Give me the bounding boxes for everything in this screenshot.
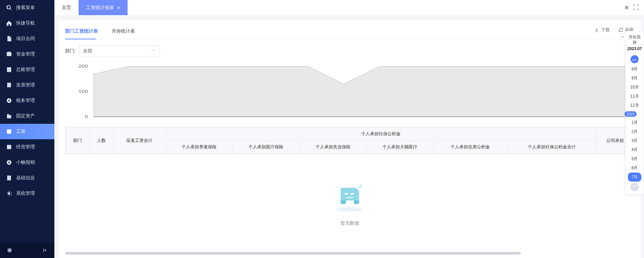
month-option[interactable]: 10月 (628, 83, 641, 92)
month-option[interactable]: 2月 (628, 127, 641, 136)
year-badge: 2023 (625, 111, 637, 117)
sidebar: 搜索菜单快捷导航项目合同资金管理总账管理发票管理税务管理固定资产工资经营管理小畅… (0, 0, 54, 258)
collapse-sidebar-icon[interactable] (42, 247, 48, 253)
tab-label: 首页 (62, 5, 71, 11)
sidebar-item-11[interactable]: 基础信息 (0, 170, 54, 186)
month-option[interactable]: 5月 (628, 154, 641, 163)
page-tab-1[interactable]: 工资统计报表✕ (79, 0, 128, 15)
sidebar-item-label: 经营管理 (16, 144, 35, 150)
sidebar-item-label: 基础信息 (16, 175, 35, 181)
tax-icon (6, 98, 12, 104)
sidebar-item-label: 搜索菜单 (16, 5, 35, 11)
col-count: 人数 (89, 127, 113, 154)
col-gross: 应发工资合计 (113, 127, 166, 154)
col-group-personal: 个人承担社保公积金 (166, 127, 596, 141)
month-scroll-up[interactable]: ︽ (631, 55, 639, 63)
sidebar-item-3[interactable]: 资金管理 (0, 46, 54, 62)
sidebar-item-10[interactable]: 小畅报销 (0, 155, 54, 170)
refresh-icon (618, 28, 623, 32)
ledger-icon (6, 67, 12, 73)
svg-point-13 (338, 186, 339, 187)
fullscreen-button[interactable]: ⛶ (633, 4, 639, 11)
building-icon (6, 113, 12, 119)
subtab-month-stat[interactable]: 月份统计表 (111, 26, 135, 39)
col-majormed: 个人承担大额医疗 (366, 141, 433, 154)
sidebar-item-4[interactable]: 总账管理 (0, 62, 54, 77)
subtab-label: 月份统计表 (111, 28, 135, 34)
month-option[interactable]: 1月 (628, 118, 641, 127)
biz-icon (6, 144, 12, 150)
svg-marker-8 (341, 188, 359, 200)
sidebar-item-2[interactable]: 项目合同 (0, 31, 54, 46)
close-tab-button[interactable]: ✕ (624, 4, 629, 11)
month-option[interactable]: 6月 (628, 163, 641, 173)
main: 首页工资统计报表✕ ✕ ⛶ 部门工资统计表 月份统计表 下载 刷新 (54, 0, 644, 258)
month-option[interactable]: 8月 (628, 65, 641, 74)
sidebar-item-5[interactable]: 发票管理 (0, 77, 54, 93)
sidebar-item-7[interactable]: 固定资产 (0, 108, 54, 124)
invoice-icon (6, 82, 12, 88)
home-icon (6, 20, 12, 26)
sidebar-item-label: 固定资产 (16, 113, 35, 119)
sidebar-item-label: 发票管理 (16, 82, 35, 88)
sidebar-item-12[interactable]: 系统管理 (0, 186, 54, 201)
sidebar-item-6[interactable]: 税务管理 (0, 93, 54, 108)
sidebar-item-label: 总账管理 (16, 67, 35, 73)
month-picker-collapse[interactable]: » (619, 33, 626, 40)
sidebar-item-label: 税务管理 (16, 98, 35, 104)
svg-point-1 (10, 132, 11, 133)
svg-rect-11 (351, 193, 354, 194)
month-option[interactable]: 11月 (628, 92, 641, 101)
month-scroll-down[interactable]: ︾ (631, 183, 639, 191)
sidebar-item-label: 小畅报销 (16, 159, 35, 165)
svg-point-14 (360, 184, 362, 186)
svg-point-7 (337, 207, 362, 212)
svg-rect-12 (346, 197, 353, 198)
wallet-icon (6, 51, 12, 57)
report-subtabs: 部门工资统计表 月份统计表 (65, 26, 635, 39)
month-option[interactable]: 4月 (628, 145, 641, 154)
sidebar-item-label: 资金管理 (16, 51, 35, 57)
gear-icon (6, 190, 12, 196)
sidebar-item-label: 系统管理 (16, 190, 35, 196)
horizontal-scrollbar[interactable] (65, 251, 635, 255)
svg-rect-15 (357, 186, 363, 189)
col-dept: 部门 (66, 127, 90, 154)
chevron-down-icon: ﹀ (151, 48, 156, 54)
col-medical: 个人承担医疗保险 (233, 141, 300, 154)
empty-text: 暂无数据 (340, 220, 359, 226)
sidebar-item-label: 项目合同 (16, 36, 35, 42)
dept-select-value: 全部 (83, 48, 92, 54)
col-subtotal: 个人承担社保公积金合计 (507, 141, 596, 154)
report-panel: 部门工资统计表 月份统计表 下载 刷新 部门: 全部 ﹀ (59, 20, 641, 258)
col-unemploy: 个人承担失业保险 (300, 141, 366, 154)
sidebar-item-9[interactable]: 经营管理 (0, 139, 54, 155)
svg-text:200: 200 (79, 64, 88, 68)
svg-rect-10 (345, 193, 348, 194)
month-option[interactable]: 12月 (628, 101, 641, 110)
download-button[interactable]: 下载 (594, 27, 610, 33)
month-picker-title: 月份选择 (627, 35, 642, 45)
dept-select[interactable]: 全部 ﹀ (79, 45, 160, 57)
page-tab-0[interactable]: 首页 (54, 0, 79, 15)
settings-icon[interactable] (6, 247, 12, 253)
filter-row: 部门: 全部 ﹀ (65, 45, 635, 57)
sidebar-item-8[interactable]: 工资 (0, 124, 54, 139)
month-option[interactable]: 9月 (628, 74, 641, 83)
svg-text:0: 0 (85, 114, 88, 119)
salary-chart: 0100200 (65, 63, 635, 123)
month-picker-current: 2023.07 (627, 46, 642, 52)
salary-table: 部门 人数 应发工资合计 个人承担社保公积金 公司承担 个人承担养老保险 个人承… (65, 127, 635, 154)
subtab-dept-stat[interactable]: 部门工资统计表 (65, 26, 98, 39)
month-option[interactable]: 7月 (628, 173, 641, 182)
info-icon (6, 175, 12, 181)
reimb-icon (6, 159, 12, 165)
dept-filter-label: 部门: (65, 48, 76, 54)
sidebar-item-label: 工资 (16, 128, 26, 135)
sidebar-item-1[interactable]: 快捷导航 (0, 15, 54, 31)
download-icon (594, 28, 599, 32)
sidebar-item-0[interactable]: 搜索菜单 (0, 0, 54, 15)
month-option[interactable]: 3月 (628, 136, 641, 145)
tab-close-icon[interactable]: ✕ (117, 5, 120, 10)
empty-illustration-icon (330, 178, 370, 215)
